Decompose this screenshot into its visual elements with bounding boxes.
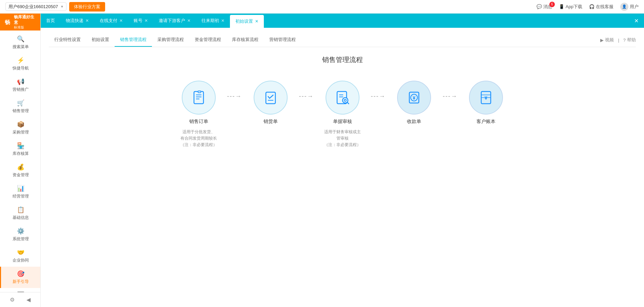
flow-circle-sales-invoice[interactable] bbox=[254, 81, 288, 115]
nav-tab-account-close[interactable]: ✕ bbox=[144, 18, 148, 23]
sidebar-item-finance[interactable]: 💰 资金管理 bbox=[0, 160, 40, 181]
flow-circle-customer-ledger[interactable]: ¥ bbox=[469, 81, 503, 115]
user-selector-wrap[interactable]: 用户690企业1660120507 bbox=[5, 2, 66, 11]
sidebar-item-purchase[interactable]: 📦 采购管理 bbox=[0, 117, 40, 139]
page-title: 销售管理流程 bbox=[49, 55, 636, 64]
logo-line1: 畅库通好生意 bbox=[14, 15, 38, 25]
flow-circle-receipt[interactable]: ¥ bbox=[397, 81, 431, 115]
enterprise-icon: 🤝 bbox=[17, 249, 24, 256]
sub-tab-inventory-flow[interactable]: 库存核算流程 bbox=[227, 33, 264, 47]
video-help-btn[interactable]: ▶ 视频 bbox=[600, 37, 614, 43]
arrow-dots-4: ---→ bbox=[443, 93, 457, 100]
svg-text:畅: 畅 bbox=[5, 19, 10, 25]
sidebar-item-sales[interactable]: 🛒 销售管理 bbox=[0, 96, 40, 117]
sidebar-item-marketing[interactable]: 📢 营销推广 bbox=[0, 75, 40, 96]
nav-close-all-btn[interactable]: ✕ bbox=[629, 14, 644, 28]
sidebar-item-search-label: 搜索菜单 bbox=[13, 44, 29, 50]
flow-item-sales-invoice: 销货单 bbox=[243, 81, 298, 129]
flow-item-sales-order: 销售订单 适用于分批发货、有合同发货周期较长（注：非必要流程） bbox=[172, 81, 226, 148]
user-select[interactable]: 用户690企业1660120507 bbox=[5, 2, 66, 11]
nav-tab-logistics[interactable]: 物流快递 ✕ bbox=[60, 14, 94, 28]
sub-tab-finance-flow[interactable]: 资金管理流程 bbox=[189, 33, 227, 47]
sub-tab-marketing-flow[interactable]: 营销管理流程 bbox=[264, 33, 301, 47]
content-area: 首页 物流快递 ✕ 在线支付 ✕ 账号 ✕ 邀请下游客户 ✕ 往来期初 ✕ bbox=[41, 14, 644, 307]
nav-tab-history-close[interactable]: ✕ bbox=[221, 18, 225, 23]
flow-label-customer-ledger: 客户账本 bbox=[476, 119, 495, 125]
nav-tab-init[interactable]: 初始设置 ✕ bbox=[230, 15, 264, 28]
nav-tab-account[interactable]: 账号 ✕ bbox=[128, 14, 153, 28]
arrow-dots-2: ---→ bbox=[299, 93, 314, 100]
logo-line2: 标准版 bbox=[14, 25, 38, 29]
system-icon: ⚙️ bbox=[17, 227, 24, 235]
quicknav-icon: ⚡ bbox=[17, 57, 24, 64]
svg-point-10 bbox=[343, 98, 348, 103]
experience-btn[interactable]: 体验行业方案 bbox=[69, 2, 105, 12]
sidebar-item-enterprise[interactable]: 🤝 企业协同 bbox=[0, 245, 40, 267]
messages-item[interactable]: 💬 消息 6 bbox=[536, 4, 552, 10]
sub-tab-industry[interactable]: 行业特性设置 bbox=[49, 33, 86, 47]
sales-icon: 🛒 bbox=[17, 99, 24, 107]
flow-label-receipt: 收款单 bbox=[407, 119, 421, 125]
online-service-item[interactable]: 🎧 在线客服 bbox=[589, 4, 613, 10]
flow-arrow-2: ---→ bbox=[298, 81, 315, 100]
sub-tab-sales-flow[interactable]: 销售管理流程 bbox=[115, 33, 152, 47]
svg-text:¥: ¥ bbox=[485, 95, 488, 101]
nav-tab-invite[interactable]: 邀请下游客户 ✕ bbox=[153, 14, 196, 28]
video-label: 视频 bbox=[605, 37, 614, 43]
sidebar-item-quicknav[interactable]: ⚡ 快捷导航 bbox=[0, 53, 40, 75]
app-download-item[interactable]: 📱 App下载 bbox=[559, 4, 582, 10]
arrow-dots-3: ---→ bbox=[371, 93, 386, 100]
flow-arrow-4: ---→ bbox=[441, 81, 459, 100]
sidebar-item-basic-label: 基础信息 bbox=[13, 215, 29, 221]
nav-tabs: 首页 物流快递 ✕ 在线支付 ✕ 账号 ✕ 邀请下游客户 ✕ 往来期初 ✕ bbox=[41, 14, 644, 28]
nav-tab-history[interactable]: 往来期初 ✕ bbox=[196, 14, 230, 28]
finance-icon: 💰 bbox=[17, 163, 24, 171]
sidebar: 畅 畅库通好生意 标准版 🔍 搜索菜单 ⚡ 快捷导航 📢 营销推广 🛒 bbox=[0, 14, 41, 307]
sidebar-item-newbie-label: 新手引导 bbox=[13, 279, 29, 285]
operations-icon: 📊 bbox=[17, 185, 24, 192]
header-right: 💬 消息 6 📱 App下载 🎧 在线客服 👤 用户 bbox=[536, 3, 639, 11]
sidebar-item-search[interactable]: 🔍 搜索菜单 bbox=[0, 32, 40, 53]
sidebar-item-inventory[interactable]: 🏪 库存核算 bbox=[0, 139, 40, 160]
header-left: 用户690企业1660120507 体验行业方案 bbox=[5, 2, 105, 12]
main-layout: 畅 畅库通好生意 标准版 🔍 搜索菜单 ⚡ 快捷导航 📢 营销推广 🛒 bbox=[0, 14, 644, 307]
sidebar-item-system[interactable]: ⚙️ 系统管理 bbox=[0, 224, 40, 245]
sidebar-collapse-btn[interactable]: ◀ bbox=[26, 296, 31, 303]
flow-item-doc-review: 单据审核 适用于财务审核或主管审核（注：非必要流程） bbox=[315, 81, 370, 148]
sub-tab-purchase-flow[interactable]: 采购管理流程 bbox=[152, 33, 189, 47]
nav-tab-logistics-label: 物流快递 bbox=[66, 18, 83, 24]
help-label: 帮助 bbox=[627, 37, 636, 43]
nav-tab-payment-close[interactable]: ✕ bbox=[119, 18, 123, 23]
flow-circle-doc-review[interactable] bbox=[326, 81, 359, 115]
user-profile-item[interactable]: 👤 用户 bbox=[620, 3, 639, 11]
nav-tab-home-label: 首页 bbox=[46, 18, 55, 24]
flow-circle-sales-order[interactable] bbox=[182, 81, 216, 115]
flow-desc-doc-review: 适用于财务审核或主管审核（注：非必要流程） bbox=[324, 129, 361, 148]
sales-order-icon bbox=[191, 89, 207, 106]
help-btn[interactable]: ? 帮助 bbox=[623, 37, 636, 43]
flow-item-receipt: ¥ 收款单 bbox=[387, 81, 441, 129]
sub-tab-init[interactable]: 初始设置 bbox=[86, 33, 115, 47]
logo-text: 畅库通好生意 标准版 bbox=[14, 15, 38, 29]
receipt-icon: ¥ bbox=[406, 89, 422, 106]
nav-tab-account-label: 账号 bbox=[134, 18, 142, 24]
nav-tab-history-label: 往来期初 bbox=[201, 18, 219, 24]
newbie-icon: 🎯 bbox=[17, 270, 24, 278]
nav-tab-logistics-close[interactable]: ✕ bbox=[85, 18, 89, 23]
nav-tab-payment[interactable]: 在线支付 ✕ bbox=[94, 14, 128, 28]
basic-icon: 📋 bbox=[17, 206, 24, 213]
sidebar-item-apps[interactable]: 🔲 应用中心 bbox=[0, 288, 40, 292]
sidebar-item-newbie[interactable]: 🎯 新手引导 bbox=[0, 267, 40, 288]
sidebar-settings-btn[interactable]: ⚙ bbox=[10, 296, 15, 303]
sidebar-item-basic[interactable]: 📋 基础信息 bbox=[0, 203, 40, 224]
app-icon: 📱 bbox=[559, 4, 564, 9]
page-content: 行业特性设置 初始设置 销售管理流程 采购管理流程 资金管理流程 库存核算流程 … bbox=[41, 28, 644, 307]
nav-tab-invite-close[interactable]: ✕ bbox=[187, 18, 191, 23]
sidebar-item-operations[interactable]: 📊 经营管理 bbox=[0, 181, 40, 203]
sidebar-item-marketing-label: 营销推广 bbox=[13, 87, 29, 93]
search-icon: 🔍 bbox=[17, 35, 24, 43]
nav-tab-init-close[interactable]: ✕ bbox=[255, 19, 258, 24]
sidebar-menu: 🔍 搜索菜单 ⚡ 快捷导航 📢 营销推广 🛒 销售管理 📦 采购管理 🏪 bbox=[0, 30, 40, 292]
nav-tab-home[interactable]: 首页 bbox=[41, 14, 60, 28]
sidebar-item-sales-label: 销售管理 bbox=[13, 108, 29, 114]
